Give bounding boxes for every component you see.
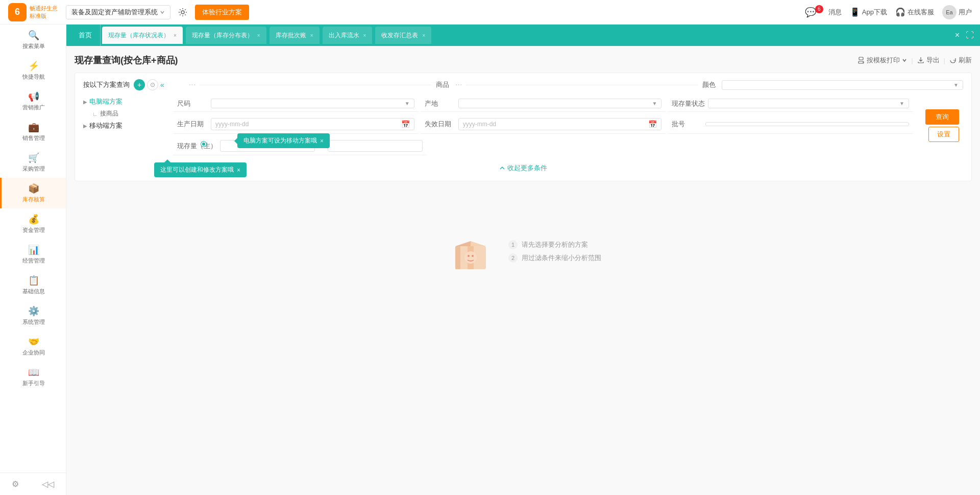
tooltip-pc-scheme: 电脑方案可设为移动方案哦 × bbox=[237, 133, 330, 148]
list-icon: 📋 bbox=[28, 275, 39, 286]
app-download-btn[interactable]: 📱 App下载 bbox=[850, 7, 887, 17]
filter-back-btn[interactable]: « bbox=[160, 81, 164, 89]
tab-fullscreen-btn[interactable]: ⛶ bbox=[964, 30, 976, 41]
exp-date-icon[interactable]: 📅 bbox=[648, 120, 657, 128]
sidebar-item-sales[interactable]: 💼 销售管理 bbox=[0, 116, 66, 147]
batch-cell: 批号 bbox=[668, 115, 913, 134]
svg-point-7 bbox=[464, 251, 477, 264]
briefcase-icon: 💼 bbox=[28, 122, 39, 133]
handshake-icon: 🤝 bbox=[28, 336, 39, 347]
export-btn[interactable]: 导出 bbox=[917, 56, 940, 65]
header-actions: 按模板打印 | 导出 | 刷新 bbox=[857, 56, 972, 65]
origin-select[interactable]: ▼ bbox=[458, 99, 662, 108]
online-support-btn[interactable]: 🎧 在线客服 bbox=[895, 7, 934, 17]
print-btn[interactable]: 按模板打印 bbox=[857, 56, 907, 65]
stock-status-select[interactable]: ▼ bbox=[708, 99, 909, 108]
color-select-arrow: ▼ bbox=[953, 82, 959, 88]
lightning-icon: ⚡ bbox=[28, 60, 39, 72]
filter-card: 电脑方案可设为移动方案哦 × 这里可以创建和修改方案哦 × 按以下方案查询 + … bbox=[75, 73, 972, 181]
sidebar-item-enterprise[interactable]: 🤝 企业协同 bbox=[0, 331, 66, 362]
scheme-mobile[interactable]: ▶ 移动端方案 bbox=[83, 120, 165, 132]
avatar: Ea bbox=[942, 5, 957, 19]
empty-step-1: 1 请先选择要分析的方案 bbox=[508, 240, 601, 249]
scheme-pc-children: ∟ 接商品 bbox=[83, 108, 165, 120]
scheme-tree-panel: ▶ 电脑端方案 ∟ 接商品 ▶ 移动端方案 bbox=[83, 96, 165, 155]
sidebar-item-search[interactable]: 🔍 搜索菜单 bbox=[0, 25, 66, 55]
sidebar-item-quicknav[interactable]: ⚡ 快捷导航 bbox=[0, 55, 66, 86]
step-num-2: 2 bbox=[508, 253, 518, 263]
mfg-date-input[interactable]: yyyy-mm-dd 📅 bbox=[211, 118, 414, 130]
empty-state: 1 请先选择要分析的方案 2 用过滤条件来缩小分析范围 bbox=[75, 187, 972, 315]
tab-close-3[interactable]: × bbox=[363, 33, 366, 38]
svg-rect-5 bbox=[455, 246, 460, 269]
tab-home[interactable]: 首页 bbox=[70, 25, 101, 46]
sidebar-item-basic[interactable]: 📋 基础信息 bbox=[0, 270, 66, 300]
tab-inventory-dist[interactable]: 现存量（库存分布表） × bbox=[186, 27, 266, 44]
megaphone-icon: 📢 bbox=[28, 91, 39, 102]
mfg-date-label: 生产日期 bbox=[177, 120, 208, 129]
filter-main: ▶ 电脑端方案 ∟ 接商品 ▶ 移动端方案 bbox=[83, 96, 963, 155]
sidebar-item-finance[interactable]: 💰 资金管理 bbox=[0, 208, 66, 239]
tab-close-4[interactable]: × bbox=[422, 33, 425, 38]
stock-main-label: 现存量（主） bbox=[177, 142, 217, 151]
sidebar: 🔍 搜索菜单 ⚡ 快捷导航 📢 营销推广 💼 销售管理 🛒 采购管理 bbox=[0, 25, 66, 495]
filter-copy-btn[interactable]: ⊙ bbox=[147, 79, 158, 90]
batch-input[interactable] bbox=[705, 122, 909, 126]
tab-right-actions: × ⛶ bbox=[953, 30, 976, 41]
sidebar-item-inventory[interactable]: 📦 库存核算 bbox=[0, 178, 66, 208]
user-menu[interactable]: Ea 用户 bbox=[942, 5, 972, 19]
tab-inout-flow[interactable]: 出入库流水 × bbox=[323, 27, 373, 44]
scheme-pc[interactable]: ▶ 电脑端方案 bbox=[83, 96, 165, 108]
mfg-date-icon[interactable]: 📅 bbox=[401, 120, 410, 128]
stock-max-input[interactable] bbox=[328, 140, 423, 152]
empty-illustration bbox=[445, 228, 496, 274]
sidebar-item-system[interactable]: ⚙️ 系统管理 bbox=[0, 300, 66, 331]
collapse-button[interactable]: 收起更多条件 bbox=[499, 163, 547, 173]
filter-setting-button[interactable]: 设置 bbox=[928, 127, 959, 142]
system-selector[interactable]: 装备及固定资产辅助管理系统 bbox=[66, 5, 170, 19]
warehouse-dots[interactable]: ··· bbox=[189, 80, 195, 89]
sidebar-settings-btn[interactable]: ⚙ bbox=[8, 477, 23, 491]
product-dots[interactable]: ··· bbox=[455, 80, 462, 89]
page-title: 现存量查询(按仓库+商品) bbox=[75, 54, 178, 66]
svg-point-9 bbox=[472, 255, 474, 257]
gear-button[interactable] bbox=[175, 4, 191, 20]
refresh-btn[interactable]: 刷新 bbox=[949, 56, 972, 65]
book-icon: 📖 bbox=[28, 367, 39, 378]
main-area: 🔍 搜索菜单 ⚡ 快捷导航 📢 营销推广 💼 销售管理 🛒 采购管理 bbox=[0, 25, 980, 495]
empty-step-2: 2 用过滤条件来缩小分析范围 bbox=[508, 253, 601, 263]
size-select[interactable]: ▼ bbox=[211, 99, 414, 108]
tab-summary[interactable]: 收发存汇总表 × bbox=[375, 27, 431, 44]
tab-close-0[interactable]: × bbox=[174, 33, 177, 38]
logo-area: 6 畅通好生意 标准版 bbox=[8, 3, 58, 21]
color-select[interactable]: ▼ bbox=[722, 80, 963, 90]
step-num-1: 1 bbox=[508, 240, 518, 249]
filter-add-btn[interactable]: + bbox=[134, 79, 145, 90]
exp-date-input[interactable]: yyyy-mm-dd 📅 bbox=[458, 118, 662, 130]
industry-button[interactable]: 体验行业方案 bbox=[195, 5, 249, 20]
sidebar-item-marketing[interactable]: 📢 营销推广 bbox=[0, 86, 66, 116]
tab-batch-account[interactable]: 库存批次账 × bbox=[270, 27, 320, 44]
mfg-date-placeholder: yyyy-mm-dd bbox=[215, 121, 249, 128]
tab-close-1[interactable]: × bbox=[257, 33, 260, 38]
gear-icon: ⚙️ bbox=[28, 305, 39, 317]
pc-arrow: ▶ bbox=[83, 99, 87, 105]
size-label: 尺码 bbox=[177, 99, 208, 108]
sidebar-item-operations[interactable]: 📊 经营管理 bbox=[0, 239, 66, 270]
top-bar-right: 💬 6 消息 📱 App下载 🎧 在线客服 Ea 用户 bbox=[805, 5, 972, 19]
message-btn[interactable]: 💬 6 消息 bbox=[805, 7, 842, 18]
tab-close-2[interactable]: × bbox=[310, 33, 313, 38]
search-icon: 🔍 bbox=[28, 30, 39, 41]
tab-inventory-status[interactable]: 现存量（库存状况表） × bbox=[102, 27, 183, 44]
sidebar-collapse-btn[interactable]: ◁◁ bbox=[38, 477, 58, 491]
scheme-pc-child-0[interactable]: ∟ 接商品 bbox=[92, 108, 165, 120]
tooltip2-close[interactable]: × bbox=[237, 167, 240, 174]
sidebar-item-purchase[interactable]: 🛒 采购管理 bbox=[0, 147, 66, 178]
tab-close-all-btn[interactable]: × bbox=[953, 30, 962, 41]
tooltip1-close[interactable]: × bbox=[320, 137, 324, 145]
product-label: 商品 bbox=[436, 80, 451, 89]
sidebar-item-guide[interactable]: 📖 新手引导 bbox=[0, 362, 66, 392]
top-bar: 6 畅通好生意 标准版 装备及固定资产辅助管理系统 体验行业方案 💬 6 消息 bbox=[0, 0, 980, 25]
mfg-date-cell: 生产日期 yyyy-mm-dd 📅 bbox=[173, 115, 419, 134]
search-button[interactable]: 查询 bbox=[925, 109, 959, 125]
